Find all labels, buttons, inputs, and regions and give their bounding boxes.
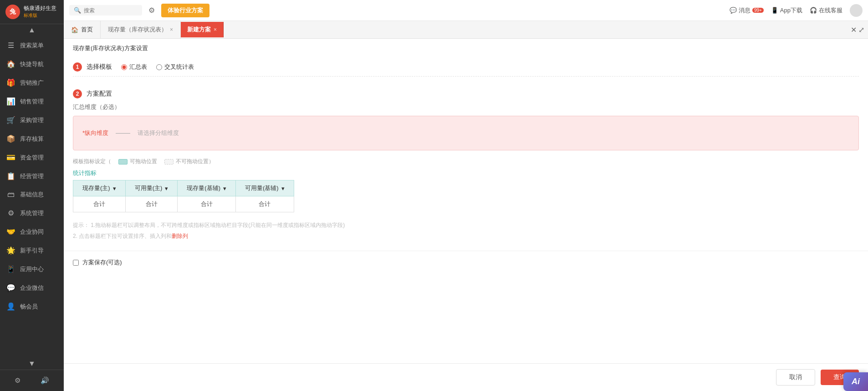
- stats-column-cell: 合计: [236, 196, 294, 212]
- sidebar-item-purchase[interactable]: 🛒采购管理: [0, 111, 64, 129]
- topbar-right: 💬 消息 99+ 📱 App下载 🎧 在线客服: [730, 4, 863, 17]
- sidebar-item-system[interactable]: ⚙系统管理: [0, 204, 64, 222]
- step2-section: 2 方案配置 汇总维度（必选） *纵向维度 —— 请选择分组维度 模板指标设定（: [73, 76, 859, 242]
- app-download-btn[interactable]: 📱 App下载: [771, 6, 802, 15]
- avatar[interactable]: [850, 4, 863, 17]
- radio-cross-label: 交叉统计表: [164, 63, 194, 71]
- search-box[interactable]: 🔍: [69, 5, 142, 15]
- dimension-required: *纵向维度: [82, 129, 108, 137]
- window-expand-btn[interactable]: ⤢: [858, 26, 864, 34]
- dimension-divider: ——: [116, 129, 130, 137]
- dimension-box[interactable]: *纵向维度 —— 请选择分组维度: [73, 116, 859, 150]
- sidebar-item-operation[interactable]: 📋经营管理: [0, 167, 64, 185]
- tab-inventory-close[interactable]: ×: [170, 26, 173, 33]
- sales-icon: 📊: [6, 97, 15, 106]
- sidebar-item-wechat[interactable]: 💬企业微信: [0, 278, 64, 297]
- sidebar-item-finance[interactable]: 💳资金管理: [0, 148, 64, 167]
- tab-inventory-label: 现存量（库存状况表）: [108, 26, 167, 34]
- window-controls: ✕ ⤢: [851, 26, 868, 34]
- indicator-legend: 模板指标设定（ 可拖动位置 不可拖动位置）: [73, 158, 859, 165]
- sidebar-item-guide[interactable]: 🌟新手引导: [0, 241, 64, 260]
- sidebar-item-label-contract: 企业协同: [20, 228, 44, 236]
- sidebar-item-contract[interactable]: 🤝企业协同: [0, 222, 64, 241]
- tip1: 提示： 1.拖动标题栏可以调整布局，不可跨维度或指标区域拖动栏目字段(只能在同一…: [73, 220, 859, 231]
- stats-column-header[interactable]: 现存量(主)▾: [73, 180, 126, 196]
- save-label: 方案保存(可选): [82, 258, 122, 267]
- step1-num: 1: [73, 62, 82, 72]
- search-input[interactable]: [84, 7, 129, 14]
- tab-new-scheme[interactable]: 新建方案 ×: [181, 22, 224, 37]
- tip2: 2. 点击标题栏下拉可设置排序、插入列和删除列: [73, 231, 859, 242]
- stats-column-cell: 合计: [178, 196, 236, 212]
- sidebar-item-shortcut[interactable]: 🏠快捷导航: [0, 55, 64, 73]
- shortcut-icon: 🏠: [6, 60, 15, 68]
- message-icon: 💬: [730, 7, 737, 14]
- sidebar-sound-btn[interactable]: 🔊: [39, 375, 51, 386]
- sidebar-item-label-operation: 经营管理: [20, 172, 44, 180]
- sidebar-scroll-down-btn[interactable]: ▼: [0, 358, 64, 370]
- sidebar-item-label-purchase: 采购管理: [20, 116, 44, 124]
- ai-float-btn[interactable]: Ai: [843, 372, 868, 391]
- member-icon: 👤: [6, 302, 15, 311]
- sidebar-item-label-guide: 新手引导: [20, 247, 44, 255]
- headset-icon: 🎧: [810, 7, 817, 14]
- sidebar-item-label-member: 畅会员: [20, 303, 38, 311]
- stats-column-header[interactable]: 可用量(基辅)▾: [236, 180, 294, 196]
- indicator-config: 模板指标设定（ 可拖动位置 不可拖动位置） 统计指标: [73, 158, 859, 242]
- logo-icon: 兔: [5, 5, 20, 19]
- topbar: 🔍 ⚙ 体验行业方案 💬 消息 99+ 📱 App下载 🎧 在线客服: [64, 0, 868, 21]
- tips-area: 提示： 1.拖动标题栏可以调整布局，不可跨维度或指标区域拖动栏目字段(只能在同一…: [73, 220, 859, 242]
- message-btn[interactable]: 💬 消息 99+: [730, 6, 764, 15]
- topbar-settings-btn[interactable]: ⚙: [147, 4, 157, 16]
- radio-summary-input[interactable]: [121, 64, 127, 70]
- stats-column-header[interactable]: 现存量(基辅)▾: [178, 180, 236, 196]
- search-icon: ☰: [6, 41, 15, 50]
- radio-cross[interactable]: 交叉统计表: [156, 63, 194, 71]
- summary-dimension-label: 汇总维度（必选）: [73, 103, 859, 111]
- tab-home[interactable]: 🏠 首页: [64, 21, 101, 38]
- inventory-icon: 📦: [6, 134, 15, 143]
- sidebar-scroll-up-btn[interactable]: ▲: [0, 24, 64, 36]
- non-draggable-icon: [164, 159, 174, 165]
- cancel-button[interactable]: 取消: [776, 369, 815, 386]
- content-area: 现存量(库存状况表)方案设置 1 选择模板 汇总表 交叉统计表: [64, 39, 868, 363]
- save-checkbox[interactable]: [73, 260, 79, 266]
- online-service-label: 在线客服: [819, 6, 842, 15]
- sidebar-item-apps[interactable]: 📱应用中心: [0, 260, 64, 278]
- purchase-icon: 🛒: [6, 116, 15, 124]
- basic-icon: 🗃: [6, 190, 15, 199]
- sidebar-item-member[interactable]: 👤畅会员: [0, 297, 64, 316]
- sidebar-item-label-finance: 资金管理: [20, 154, 44, 162]
- sidebar-item-marketing[interactable]: 🎁营销推广: [0, 73, 64, 92]
- stats-column-header[interactable]: 可用量(主)▾: [125, 180, 178, 196]
- indicator-config-label: 模板指标设定（: [73, 158, 111, 165]
- contract-icon: 🤝: [6, 227, 15, 236]
- window-close-btn[interactable]: ✕: [851, 26, 857, 34]
- operation-icon: 📋: [6, 172, 15, 180]
- home-icon: 🏠: [71, 26, 78, 33]
- sidebar-item-label-basic: 基础信息: [20, 190, 44, 199]
- scheme-section: 1 选择模板 汇总表 交叉统计表 2 方案配置: [64, 56, 868, 251]
- trial-btn[interactable]: 体验行业方案: [161, 4, 209, 17]
- tab-bar: 🏠 首页 现存量（库存状况表） × 新建方案 × ✕ ⤢: [64, 21, 868, 39]
- tab-inventory[interactable]: 现存量（库存状况表） ×: [101, 21, 181, 38]
- stats-table: 现存量(主)▾可用量(主)▾现存量(基辅)▾可用量(基辅)▾ 合计合计合计合计: [73, 180, 294, 212]
- tab-home-label: 首页: [81, 26, 93, 34]
- sidebar-nav: ☰搜索菜单🏠快捷导航🎁营销推广📊销售管理🛒采购管理📦库存核算💳资金管理📋经营管理…: [0, 36, 64, 358]
- sidebar-item-basic[interactable]: 🗃基础信息: [0, 185, 64, 204]
- sidebar-item-inventory[interactable]: 📦库存核算: [0, 129, 64, 148]
- radio-cross-input[interactable]: [156, 64, 162, 70]
- stats-title: 统计指标: [73, 169, 859, 177]
- tab-new-close[interactable]: ×: [214, 26, 217, 33]
- step2-row: 2 方案配置: [73, 83, 859, 103]
- sidebar-item-search[interactable]: ☰搜索菜单: [0, 36, 64, 55]
- sidebar-item-label-shortcut: 快捷导航: [20, 60, 44, 68]
- sidebar-item-sales[interactable]: 📊销售管理: [0, 92, 64, 111]
- radio-summary[interactable]: 汇总表: [121, 63, 147, 71]
- sidebar-item-label-apps: 应用中心: [20, 265, 44, 273]
- sidebar-settings-btn[interactable]: ⚙: [13, 375, 22, 386]
- apps-icon: 📱: [6, 265, 15, 273]
- guide-icon: 🌟: [6, 246, 15, 255]
- sidebar-footer: ⚙ 🔊: [0, 370, 64, 391]
- online-service-btn[interactable]: 🎧 在线客服: [810, 6, 842, 15]
